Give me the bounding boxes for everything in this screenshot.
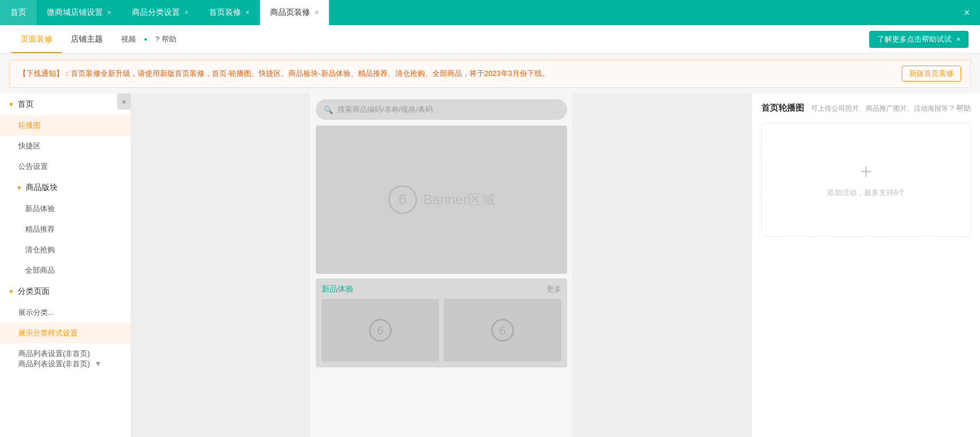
sidebar-item-all-goods-label: 全部商品 [25,266,55,274]
main-layout: « ▼ 首页 轮播图 快捷区 公告设置 ▼ 商品版块 新品体验 精品推荐 清仓抢… [0,94,980,437]
sidebar-section-home-label: 首页 [18,99,34,110]
sidebar-item-category-style-label: 展示分类样式设置 [18,329,78,337]
nav-product-decor-close[interactable]: × [315,9,319,17]
sidebar-item-notice-label: 公告设置 [18,162,48,171]
sidebar-item-show-category[interactable]: 展示分类... [0,302,131,323]
right-panel-title: 首页轮播图 [761,103,804,112]
sidebar-item-goods-list-label: 商品列表设置(非首页) [18,349,123,359]
sidebar-section-home[interactable]: ▼ 首页 [0,94,131,115]
help-banner: 了解更多点击帮助试试 × [869,31,969,48]
nav-home-label: 首页 [10,7,26,18]
sidebar-item-clearance[interactable]: 清仓抢购 [0,240,131,260]
center-preview: 🔍 搜索商品编码/名称/规格/条码 6 Banner区域 新品体验 更多 [131,94,752,437]
tab-store-theme-label: 店铺主题 [71,34,103,44]
help-banner-close[interactable]: × [956,35,961,43]
nav-home[interactable]: 首页 [0,0,37,25]
sub-tab-bar: 页面装修 店铺主题 了解更多点击帮助试试 × 视频 ● ? 帮助 [0,25,980,54]
arrow-down-icon: ▼ [8,101,14,108]
sidebar-item-new-exp-label: 新品体验 [25,204,55,213]
svg-text:6: 6 [377,324,383,337]
right-panel-header: 首页轮播图 可上传公司照片、商品推广图片、活动海报等 ? 帮助 [761,103,971,114]
sidebar-section-category[interactable]: ▼ 分类页面 [0,281,131,302]
sidebar: « ▼ 首页 轮播图 快捷区 公告设置 ▼ 商品版块 新品体验 精品推荐 清仓抢… [0,94,131,437]
preview-search-bar: 🔍 搜索商品编码/名称/规格/条码 [316,99,567,120]
tab-page-decor[interactable]: 页面装修 [11,25,62,53]
preview-section-header: 新品体验 更多 [322,284,561,294]
preview-goods-item-1: 6 [322,299,439,362]
sidebar-item-goods-list-settings[interactable]: 商品列表设置(非首页) 商品列表设置(非首页) ▼ [0,343,131,374]
help-link[interactable]: ? 帮助 [155,34,176,44]
question-icon: ? [950,104,954,112]
sidebar-subsection-goods-label: 商品版块 [26,183,58,193]
goods-icon-2: 6 [490,318,515,343]
sidebar-item-clearance-label: 清仓抢购 [25,245,55,254]
sidebar-subsection-goods[interactable]: ▼ 商品版块 [0,177,131,199]
sidebar-item-featured-label: 精品推荐 [25,225,55,233]
help-banner-text: 了解更多点击帮助试试 [877,34,951,44]
nav-category-settings-close[interactable]: × [184,9,188,17]
right-panel: 首页轮播图 可上传公司照片、商品推广图片、活动海报等 ? 帮助 + 添加活动，最… [752,94,980,437]
sidebar-item-new-exp[interactable]: 新品体验 [0,199,131,219]
help-right-tools: 视频 ● ? 帮助 [121,34,176,44]
nav-product-decor[interactable]: 商品页装修 × [260,0,329,25]
dot-indicator: ● [144,36,147,42]
nav-store-settings-close[interactable]: × [107,9,111,17]
sidebar-item-featured[interactable]: 精品推荐 [0,219,131,240]
add-activity-box[interactable]: + 添加活动，最多支持6个 [761,123,971,237]
help-label: 帮助 [956,103,971,114]
goods-icon-1: 6 [368,318,393,343]
notice-text: 【下线通知】：首页装修全新升级，请使用新版首页装修，首页-轮播图、快捷区、商品板… [19,68,896,79]
sidebar-item-banner[interactable]: 轮播图 [0,115,131,136]
nav-home-decor-label: 首页装修 [209,7,241,18]
notice-bar: 【下线通知】：首页装修全新升级，请使用新版首页装修，首页-轮播图、快捷区、商品板… [9,59,971,88]
nav-store-settings[interactable]: 微商城店铺设置 × [37,0,122,25]
sidebar-item-show-category-label: 展示分类... [18,308,54,317]
sidebar-collapse-button[interactable]: « [117,94,131,110]
add-plus-icon: + [860,161,872,182]
banner-placeholder-content: 6 Banner区域 [388,185,495,215]
sidebar-item-shortcut[interactable]: 快捷区 [0,136,131,156]
sidebar-item-notice[interactable]: 公告设置 [0,156,131,177]
preview-section-more: 更多 [547,284,561,294]
nav-home-decor[interactable]: 首页装修 × [199,0,260,25]
window-close-button[interactable]: × [953,7,980,19]
nav-category-settings[interactable]: 商品分类设置 × [122,0,199,25]
preview-banner-area: 6 Banner区域 [316,126,567,274]
arrow-down-icon-goods: ▼ [16,184,22,191]
preview-goods-row: 6 6 [322,299,561,362]
sidebar-item-banner-label: 轮播图 [18,121,41,130]
new-version-button[interactable]: 新版首页装修 [902,66,961,82]
nav-store-settings-label: 微商城店铺设置 [47,7,103,18]
preview-goods-item-2: 6 [444,299,561,362]
nav-home-decor-close[interactable]: × [246,9,250,17]
arrow-down-icon-cat: ▼ [8,288,14,295]
svg-text:6: 6 [399,191,407,208]
goods-list-label-text: 商品列表设置(非首页) [18,359,90,368]
banner-area-label: Banner区域 [423,191,495,209]
tab-store-theme[interactable]: 店铺主题 [62,25,112,53]
preview-phone: 🔍 搜索商品编码/名称/规格/条码 6 Banner区域 新品体验 更多 [310,94,573,437]
goods-list-expand-icon: ▼ [94,359,102,368]
add-activity-label: 添加活动，最多支持6个 [827,188,905,198]
top-navigation: 首页 微商城店铺设置 × 商品分类设置 × 首页装修 × 商品页装修 × × [0,0,980,25]
nav-category-settings-label: 商品分类设置 [132,7,180,18]
sidebar-item-all-goods[interactable]: 全部商品 [0,260,131,281]
sidebar-section-category-label: 分类页面 [18,286,50,297]
right-panel-title-group: 首页轮播图 可上传公司照片、商品推广图片、活动海报等 [761,103,948,114]
preview-section-title: 新品体验 [322,284,354,294]
preview-section-new-exp: 新品体验 更多 6 6 [316,278,567,367]
right-panel-help-button[interactable]: ? 帮助 [950,103,971,114]
sidebar-item-shortcut-label: 快捷区 [18,141,41,150]
nav-product-decor-label: 商品页装修 [270,7,310,18]
search-placeholder-text: 搜索商品编码/名称/规格/条码 [338,104,433,115]
sidebar-item-category-style[interactable]: 展示分类样式设置 [0,323,131,343]
search-icon: 🔍 [324,106,333,114]
right-panel-subtitle: 可上传公司照片、商品推广图片、活动海报等 [811,104,948,112]
tab-page-decor-label: 页面装修 [21,34,53,44]
svg-text:6: 6 [499,324,505,337]
video-link[interactable]: 视频 [121,34,136,44]
banner-logo-icon: 6 [388,185,417,215]
